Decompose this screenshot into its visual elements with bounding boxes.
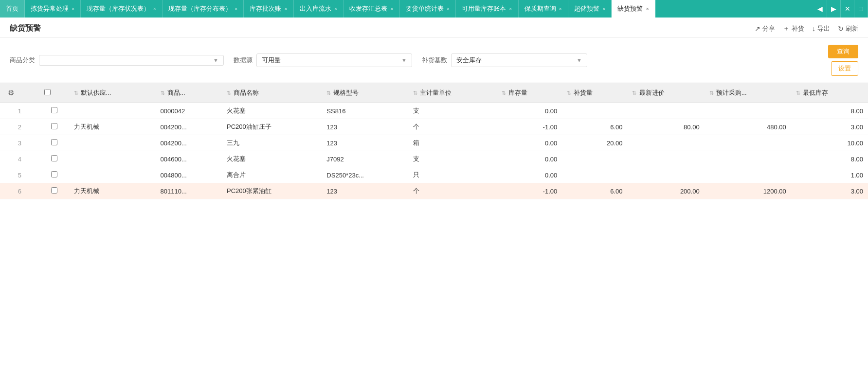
col-label-product_name: 商品名称: [234, 89, 259, 96]
row-num: 3: [0, 135, 39, 151]
row-checkbox[interactable]: [51, 155, 57, 161]
row-checkbox[interactable]: [51, 139, 57, 145]
refresh-label: 刷新: [846, 24, 858, 33]
tab-close-all-btn[interactable]: ✕: [841, 0, 854, 18]
latest-price-cell: [627, 135, 704, 151]
tab-home[interactable]: 首页: [0, 0, 25, 18]
tab-shortage[interactable]: 缺货预警×: [612, 0, 655, 18]
tab-batch-account[interactable]: 库存批次账×: [244, 0, 293, 18]
tab-inventory-dist[interactable]: 现存量（库存分布表）×: [163, 0, 244, 18]
query-button[interactable]: 查询: [828, 45, 858, 58]
tab-next-btn[interactable]: ▶: [827, 0, 841, 18]
tab-collect-summary[interactable]: 收发存汇总表×: [344, 0, 399, 18]
tab-close-available-ledger[interactable]: ×: [509, 6, 512, 12]
tab-prev-btn[interactable]: ◀: [814, 0, 827, 18]
row-checkbox[interactable]: [51, 123, 57, 129]
col-header-supplier[interactable]: ⇅ 默认供应...: [69, 83, 156, 103]
table-row: 6力天机械801110...PC200张紧油缸123个-1.006.00200.…: [0, 183, 868, 199]
datasource-chevron-icon: ▼: [401, 57, 407, 63]
category-select[interactable]: ▼: [39, 55, 224, 66]
product-code-cell: 004800...: [156, 167, 222, 183]
col-header-est_purchase[interactable]: ⇅ 预计采购...: [705, 83, 791, 103]
col-header-product_code[interactable]: ⇅ 商品...: [156, 83, 222, 103]
col-header-unit[interactable]: ⇅ 主计量单位: [408, 83, 497, 103]
row-checkbox-cell[interactable]: [39, 167, 69, 183]
tab-close-overstock[interactable]: ×: [602, 6, 605, 12]
table-row: 2力天机械004200...PC200油缸庄子123个-1.006.0080.0…: [0, 119, 868, 135]
tab-close-collect-summary[interactable]: ×: [390, 6, 393, 12]
product-name-cell: PC200张紧油缸: [222, 183, 322, 199]
unit-cell: 个: [408, 119, 497, 135]
row-checkbox[interactable]: [51, 187, 57, 194]
col-header-stock[interactable]: ⇅ 库存量: [497, 83, 562, 103]
tab-close-shortage[interactable]: ×: [646, 6, 649, 12]
col-header-product_name[interactable]: ⇅ 商品名称: [222, 83, 322, 103]
settings-button[interactable]: 设置: [831, 61, 858, 76]
filter-bar: 商品分类 ▼ 数据源 可用量 ▼ 补货基数 安全库存 ▼ 查询 设置: [0, 38, 868, 83]
tab-close-abnormal[interactable]: ×: [72, 6, 74, 12]
gear-icon[interactable]: ⚙: [5, 87, 17, 99]
tab-label-available-ledger: 可用量库存账本: [462, 4, 506, 13]
spec-cell: 123: [322, 183, 408, 199]
spec-cell: 123: [322, 135, 408, 151]
replenish-qty-cell: [562, 103, 627, 119]
sort-icon-latest_price: ⇅: [632, 90, 638, 96]
row-checkbox-cell[interactable]: [39, 183, 69, 199]
tab-label-overstock: 超储预警: [574, 4, 599, 13]
tab-inout-flow[interactable]: 出入库流水×: [294, 0, 344, 18]
tab-label-shortage: 缺货预警: [617, 4, 643, 13]
main-content: 缺货预警 ↗ 分享 ＋ 补货 ↓ 导出 ↻ 刷新 商品分类: [0, 18, 868, 387]
est-purchase-cell: 1200.00: [705, 183, 791, 199]
row-num: 5: [0, 167, 39, 183]
tab-close-inventory-status[interactable]: ×: [153, 6, 156, 12]
tab-close-batch-account[interactable]: ×: [284, 6, 287, 12]
export-label: 导出: [817, 24, 830, 33]
tab-restore-btn[interactable]: □: [854, 0, 868, 18]
tab-demand-stat[interactable]: 要货单统计表×: [400, 0, 456, 18]
data-table: ⚙⇅ 默认供应...⇅ 商品...⇅ 商品名称⇅ 规格型号⇅ 主计量单位⇅ 库存…: [0, 83, 868, 199]
supplier-cell: [69, 135, 156, 151]
row-checkbox-cell[interactable]: [39, 151, 69, 167]
filter-right-actions: 查询 设置: [828, 45, 858, 76]
share-action[interactable]: ↗ 分享: [755, 24, 775, 33]
col-label-latest_price: 最新进价: [639, 89, 665, 96]
tab-close-inout-flow[interactable]: ×: [334, 6, 337, 12]
tab-expiry-query[interactable]: 保质期查询×: [519, 0, 568, 18]
tab-close-inventory-dist[interactable]: ×: [235, 6, 237, 12]
table-row: 5004800...离合片DS250*23c...只0.001.00: [0, 167, 868, 183]
supplier-cell: 力天机械: [69, 119, 156, 135]
header-actions: ↗ 分享 ＋ 补货 ↓ 导出 ↻ 刷新: [755, 24, 858, 33]
select-all-checkbox[interactable]: [44, 89, 51, 95]
tab-bar: 首页拣货异常处理×现存量（库存状况表）×现存量（库存分布表）×库存批次账×出入库…: [0, 0, 868, 18]
refresh-icon: ↻: [838, 25, 844, 33]
tab-close-expiry-query[interactable]: ×: [559, 6, 562, 12]
datasource-value: 可用量: [262, 56, 281, 65]
row-checkbox-cell[interactable]: [39, 119, 69, 135]
stock-cell: 0.00: [497, 151, 562, 167]
replenish-qty-cell: 6.00: [562, 119, 627, 135]
col-header-replenish_qty[interactable]: ⇅ 补货量: [562, 83, 627, 103]
export-action[interactable]: ↓ 导出: [812, 24, 830, 33]
col-header-spec[interactable]: ⇅ 规格型号: [322, 83, 408, 103]
replenish-base-label: 补货基数: [422, 56, 447, 65]
row-checkbox-cell[interactable]: [39, 135, 69, 151]
tab-close-demand-stat[interactable]: ×: [447, 6, 450, 12]
replenish-action[interactable]: ＋ 补货: [783, 24, 804, 33]
table-row: 3004200...三九123箱0.0020.0010.00: [0, 135, 868, 151]
latest-price-cell: 80.00: [627, 119, 704, 135]
row-checkbox[interactable]: [51, 107, 57, 113]
row-checkbox-cell[interactable]: [39, 103, 69, 119]
tab-abnormal[interactable]: 拣货异常处理×: [25, 0, 81, 18]
tab-available-ledger[interactable]: 可用量库存账本×: [456, 0, 518, 18]
tab-inventory-status[interactable]: 现存量（库存状况表）×: [81, 0, 162, 18]
tab-overstock[interactable]: 超储预警×: [568, 0, 612, 18]
datasource-select[interactable]: 可用量 ▼: [256, 53, 412, 67]
col-header-latest_price[interactable]: ⇅ 最新进价: [627, 83, 704, 103]
refresh-action[interactable]: ↻ 刷新: [838, 24, 858, 33]
est-purchase-cell: [705, 135, 791, 151]
replenish-base-select[interactable]: 安全库存 ▼: [451, 53, 587, 67]
sort-icon-stock: ⇅: [502, 90, 507, 96]
row-checkbox[interactable]: [51, 171, 57, 177]
page-header: 缺货预警 ↗ 分享 ＋ 补货 ↓ 导出 ↻ 刷新: [0, 18, 868, 38]
col-header-min_stock[interactable]: ⇅ 最低库存: [791, 83, 868, 103]
